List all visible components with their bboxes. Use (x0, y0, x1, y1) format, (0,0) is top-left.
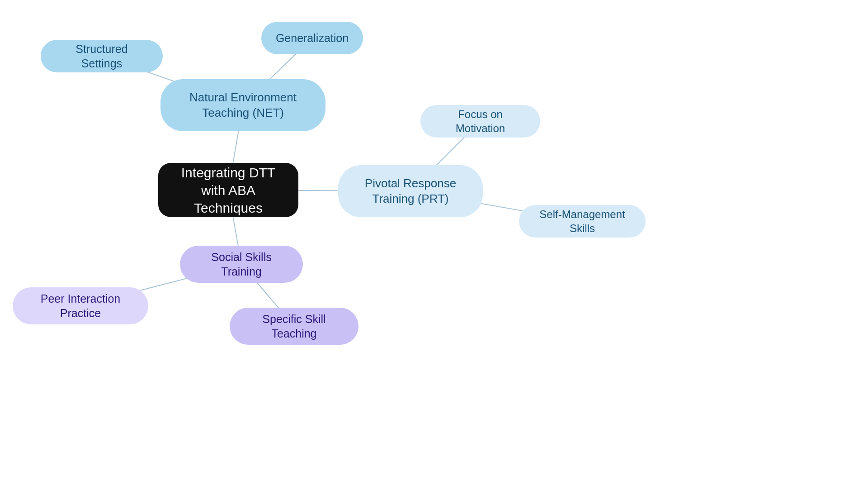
prt-node: Pivotal Response Training (PRT) (338, 165, 483, 217)
peer-interaction-node: Peer Interaction Practice (13, 287, 148, 324)
net-node: Natural Environment Teaching (NET) (160, 79, 326, 131)
social-skills-node: Social Skills Training (180, 246, 303, 283)
structured-settings-node: Structured Settings (41, 40, 163, 72)
self-management-node: Self-Management Skills (519, 205, 646, 238)
focus-motivation-node: Focus on Motivation (420, 105, 540, 138)
generalization-node: Generalization (261, 22, 363, 54)
specific-skill-node: Specific Skill Teaching (230, 308, 359, 345)
center-node: Integrating DTT with ABA Techniques (158, 163, 298, 217)
